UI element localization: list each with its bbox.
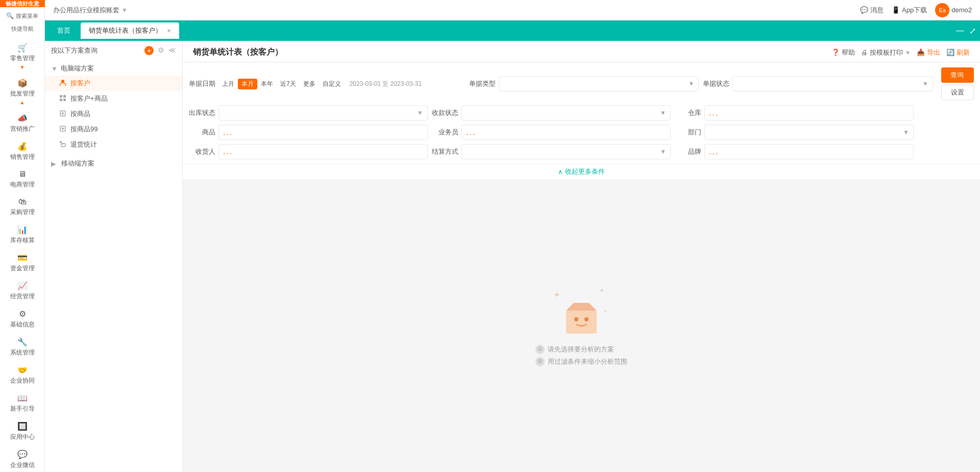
sidebar-item-purchase[interactable]: 🛍 采购管理: [0, 193, 45, 221]
doctype-select[interactable]: ▼: [499, 76, 699, 91]
help-btn[interactable]: ❓ 帮助: [831, 48, 855, 57]
sidebar-item-label-corpwechat: 企业微信: [10, 461, 35, 469]
doctype-arrow-icon: ▼: [688, 80, 694, 87]
scheme-item-returns[interactable]: 退货统计: [45, 137, 182, 152]
sidebar-item-marketing[interactable]: 📣 营销推广: [0, 109, 45, 137]
refresh-btn[interactable]: 🔄 刷新: [946, 48, 970, 57]
scheme-item-customer[interactable]: 按客户: [45, 76, 182, 91]
department-label: 部门: [675, 128, 704, 137]
app-download-btn[interactable]: 📱 App下载: [892, 6, 927, 15]
scheme-item-product[interactable]: 按商品: [45, 106, 182, 122]
filter-row-3: 商品 ... 业务员 ... 部门: [183, 123, 980, 142]
svg-point-0: [61, 80, 64, 83]
inventory-icon: 📊: [17, 225, 28, 234]
page-title-bar: 销货单统计表（按客户） ❓ 帮助 🖨 按模板打印 ▼ 📥 导出: [183, 41, 980, 62]
sidebar-item-label-operations: 经营管理: [10, 292, 35, 301]
brand-select[interactable]: ...: [704, 144, 914, 159]
tab-close-icon[interactable]: ×: [167, 27, 171, 35]
scheme-add-icon[interactable]: +: [144, 46, 154, 55]
scheme-collapse-icon[interactable]: ≪: [168, 46, 176, 55]
sidebar-item-label-guide: 新手引导: [10, 405, 35, 413]
scheme-group-header-mobile[interactable]: ▶ 移动端方案: [45, 156, 182, 171]
docstatus-select[interactable]: ▼: [732, 76, 933, 91]
sidebar-item-label-ecommerce: 电商管理: [10, 180, 35, 189]
product-select[interactable]: ...: [218, 125, 428, 140]
scheme-settings-icon[interactable]: ⚙: [158, 46, 164, 55]
settlement-select[interactable]: ▼: [461, 144, 671, 159]
receiver-group: 收货人 ...: [189, 144, 428, 159]
sidebar-search[interactable]: 🔍 搜索菜单: [6, 7, 38, 22]
stockout-select[interactable]: ▼: [218, 105, 428, 121]
settlement-label: 结算方式: [432, 147, 461, 156]
action-buttons: 查询 设置: [941, 67, 974, 100]
svg-text:✦: ✦: [553, 291, 560, 299]
collapse-btn[interactable]: ∧ 收起更多条件: [183, 163, 980, 179]
wholesale-icon: 📦: [17, 78, 28, 88]
svg-point-9: [574, 317, 578, 321]
enterprise-icon: 🤝: [17, 365, 28, 375]
date-range-text: 2023-03-01 至 2023-03-31: [350, 80, 422, 88]
date-tab-this-year[interactable]: 本年: [257, 79, 277, 89]
tab-home[interactable]: 首页: [49, 22, 79, 39]
salesperson-select[interactable]: ...: [461, 125, 671, 140]
export-btn[interactable]: 📥 导出: [917, 48, 940, 57]
sidebar-item-label-enterprise: 企业协同: [10, 376, 35, 385]
sidebar-item-inventory[interactable]: 📊 库存核算: [0, 221, 45, 249]
page-actions: ❓ 帮助 🖨 按模板打印 ▼ 📥 导出 🔄 刷新: [831, 48, 970, 57]
sidebar-item-enterprise[interactable]: 🤝 企业协同: [0, 361, 45, 389]
brand-label: 品牌: [675, 147, 704, 156]
sidebar-item-ecommerce[interactable]: 🖥 电商管理: [0, 166, 45, 193]
tab-fullscreen-btn[interactable]: ⤢: [969, 26, 976, 36]
sidebar-item-appcenter[interactable]: 🔲 应用中心: [0, 417, 45, 445]
topbar: 办公用品行业模拟账套 ▼ 💬 消息 📱 App下载 Ea demo2: [45, 0, 980, 20]
receiver-select[interactable]: ...: [218, 144, 428, 159]
sidebar-item-sales[interactable]: 💰 销售管理: [0, 137, 45, 166]
docstatus-label: 单据状态: [703, 79, 732, 88]
svg-rect-3: [60, 99, 62, 101]
sidebar-item-finance[interactable]: 💳 资金管理: [0, 249, 45, 277]
query-button[interactable]: 查询: [941, 67, 974, 83]
scheme-group-mobile: ▶ 移动端方案: [45, 154, 182, 173]
export-icon: 📥: [917, 49, 925, 56]
sidebar-item-retail[interactable]: 🛒 零售管理 ▼: [0, 39, 45, 74]
message-btn[interactable]: 💬 消息: [860, 6, 884, 15]
filter-wrapper: 单据日期 上月 本月 本年 近7天 更多 自定义 2023-03-01 至 20…: [183, 62, 980, 179]
scheme-group-header-pc[interactable]: ▼ 电脑端方案: [45, 61, 182, 76]
basic-icon: ⚙: [19, 309, 26, 319]
brand-group: 品牌 ...: [675, 144, 914, 159]
sidebar-item-basic[interactable]: ⚙ 基础信息: [0, 305, 45, 333]
receipt-label: 收款状态: [432, 108, 461, 117]
stockout-group: 出库状态 ▼: [189, 105, 428, 121]
right-panel: 销货单统计表（按客户） ❓ 帮助 🖨 按模板打印 ▼ 📥 导出: [183, 41, 980, 472]
print-btn[interactable]: 🖨 按模板打印 ▼: [861, 48, 911, 57]
sidebar-item-system[interactable]: 🔧 系统管理: [0, 333, 45, 361]
scheme-item-product99[interactable]: 按商品99: [45, 122, 182, 137]
warehouse-select[interactable]: ...: [704, 105, 914, 121]
date-tab-last-month[interactable]: 上月: [218, 79, 238, 89]
sidebar-item-corpwechat[interactable]: 💬 企业微信: [0, 445, 45, 472]
tab-sales-stats[interactable]: 销货单统计表（按客户） ×: [81, 22, 179, 39]
date-tab-custom[interactable]: 自定义: [319, 79, 345, 89]
sidebar-item-operations[interactable]: 📈 经营管理: [0, 277, 45, 305]
sidebar-item-label-retail: 零售管理: [10, 54, 35, 63]
sales-icon: 💰: [17, 141, 28, 151]
date-tab-this-month[interactable]: 本月: [238, 79, 257, 89]
returns-icon: [59, 140, 66, 149]
settings-button[interactable]: 设置: [941, 85, 974, 100]
receipt-select[interactable]: ▼: [461, 105, 671, 121]
date-tab-more[interactable]: 更多: [300, 79, 319, 89]
sidebar-quicknav[interactable]: 快捷导航: [11, 22, 34, 36]
scheme-item-customer-product[interactable]: 按客户+商品: [45, 91, 182, 106]
dropdown-arrow-icon: ▼: [121, 7, 128, 14]
tab-minimize-btn[interactable]: —: [956, 26, 964, 35]
product-label: 商品: [189, 128, 218, 137]
filter-row-2: 出库状态 ▼ 收款状态 ▼ 仓库: [183, 103, 980, 123]
receiver-label: 收货人: [189, 147, 218, 156]
page-title: 销货单统计表（按客户）: [193, 47, 283, 58]
user-profile[interactable]: Ea demo2: [935, 3, 972, 17]
department-select[interactable]: ▼: [704, 125, 914, 140]
sidebar-item-guide[interactable]: 📖 新手引导: [0, 389, 45, 417]
industry-selector[interactable]: 办公用品行业模拟账套 ▼: [53, 6, 128, 15]
date-tab-7days[interactable]: 近7天: [277, 79, 300, 89]
sidebar-item-wholesale[interactable]: 📦 批发管理 ▲: [0, 74, 45, 109]
